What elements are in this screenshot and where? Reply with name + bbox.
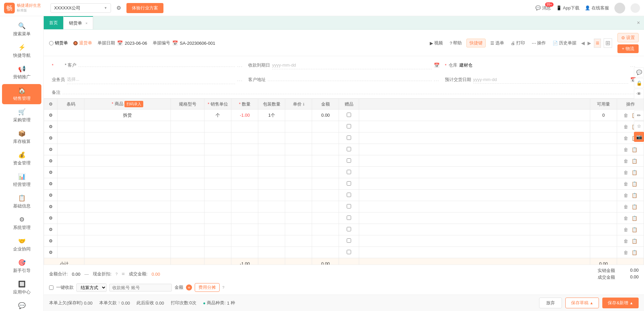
row-product-11[interactable]: [84, 235, 171, 247]
row-copy-btn-12[interactable]: 📋: [632, 250, 637, 255]
row-delete-btn-7[interactable]: 🗑: [623, 193, 628, 198]
row-spec-7[interactable]: [171, 190, 204, 201]
trial-button[interactable]: 体验行业方案: [126, 3, 163, 13]
row-product-2[interactable]: [84, 132, 171, 144]
expense-split-btn[interactable]: 费用分摊: [195, 283, 220, 292]
row-delete-btn-9[interactable]: 🗑: [623, 216, 628, 221]
row-copy-btn-4[interactable]: 📋: [632, 158, 637, 164]
row-notes-11[interactable]: [359, 235, 590, 247]
abandon-btn[interactable]: 放弃: [539, 298, 562, 308]
row-unit-9[interactable]: [204, 212, 231, 224]
avatar[interactable]: [614, 3, 625, 13]
row-price-1[interactable]: [285, 121, 312, 132]
sidebar-item-wechat[interactable]: 💬 企业微信: [2, 299, 41, 311]
row-notes-0[interactable]: [359, 110, 590, 121]
row-copy-btn-3[interactable]: 📋: [632, 147, 637, 152]
row-gift-8[interactable]: [339, 201, 359, 212]
settings-side-btn[interactable]: ⚙ ⚙ 设置设置: [617, 33, 639, 42]
row-delete-btn-0[interactable]: 🗑: [623, 113, 628, 118]
row-delete-btn-4[interactable]: 🗑: [623, 158, 628, 164]
row-price-12[interactable]: [285, 247, 312, 258]
row-notes-1[interactable]: [359, 121, 590, 132]
customer-more-btn[interactable]: ...: [237, 63, 243, 68]
row-pkg-qty-12[interactable]: [258, 247, 285, 258]
salesperson-input[interactable]: 选择...: [67, 75, 235, 84]
row-delete-btn-12[interactable]: 🗑: [623, 250, 628, 255]
row-spec-3[interactable]: [171, 144, 204, 155]
row-unit-0[interactable]: 个: [204, 110, 231, 121]
calc-method-select[interactable]: 结算方式: [76, 283, 107, 292]
sidebar-item-basic[interactable]: 📋 基础信息: [2, 192, 41, 212]
sidebar-item-finance[interactable]: 💰 资金管理: [2, 149, 41, 169]
online-service-btn[interactable]: 👤 在线客服: [585, 5, 609, 11]
row-pkg-qty-10[interactable]: [258, 224, 285, 235]
row-unit-6[interactable]: [204, 178, 231, 190]
view-list-btn[interactable]: ≡: [594, 39, 601, 48]
app-download-btn[interactable]: 📱 App下载: [556, 5, 579, 11]
one-key-pay-checkbox[interactable]: [49, 285, 53, 290]
row-gift-4[interactable]: [339, 155, 359, 167]
row-qty-6[interactable]: [231, 178, 258, 190]
row-spec-8[interactable]: [171, 201, 204, 212]
row-unit-7[interactable]: [204, 190, 231, 201]
float-camera-btn[interactable]: 📷: [634, 132, 644, 142]
row-notes-10[interactable]: [359, 224, 590, 235]
row-product-9[interactable]: [84, 212, 171, 224]
row-pkg-qty-11[interactable]: [258, 235, 285, 247]
row-qty-8[interactable]: [231, 201, 258, 212]
row-price-7[interactable]: [285, 190, 312, 201]
row-amount-11[interactable]: [312, 235, 339, 247]
row-unit-4[interactable]: [204, 155, 231, 167]
sidebar-item-guide[interactable]: 🎯 新手引导: [2, 256, 41, 276]
row-product-7[interactable]: [84, 190, 171, 201]
row-unit-10[interactable]: [204, 224, 231, 235]
row-price-3[interactable]: [285, 144, 312, 155]
row-amount-5[interactable]: [312, 167, 339, 178]
row-amount-10[interactable]: [312, 224, 339, 235]
row-product-4[interactable]: [84, 155, 171, 167]
row-price-2[interactable]: [285, 132, 312, 144]
due-date-input[interactable]: yyyy-mm-dd: [272, 61, 431, 69]
row-pkg-qty-8[interactable]: [258, 201, 285, 212]
sidebar-item-search[interactable]: 🔍 搜索菜单: [2, 20, 41, 40]
row-barcode-2[interactable]: [58, 132, 84, 144]
print-btn[interactable]: 🖨 打印: [509, 39, 527, 47]
row-delete-btn-3[interactable]: 🗑: [623, 147, 628, 152]
help-btn[interactable]: ? 帮助: [448, 39, 464, 47]
row-copy-btn-9[interactable]: 📋: [632, 216, 637, 221]
row-gift-10[interactable]: [339, 224, 359, 235]
settings-icon-btn[interactable]: ⚙: [114, 3, 124, 13]
row-pkg-qty-3[interactable]: [258, 144, 285, 155]
scan-btn[interactable]: 扫码录入: [124, 101, 143, 107]
float-view-btn[interactable]: 👁: [634, 89, 644, 99]
row-product-6[interactable]: [84, 178, 171, 190]
account-input[interactable]: [109, 284, 172, 291]
row-unit-8[interactable]: [204, 201, 231, 212]
row-copy-btn-6[interactable]: 📋: [632, 181, 637, 187]
row-copy-btn-10[interactable]: 📋: [632, 227, 637, 232]
tab-home[interactable]: 首页: [44, 16, 64, 29]
row-unit-5[interactable]: [204, 167, 231, 178]
row-unit-11[interactable]: [204, 235, 231, 247]
row-gift-2[interactable]: [339, 132, 359, 144]
row-qty-10[interactable]: [231, 224, 258, 235]
calendar-icon[interactable]: 📅: [117, 40, 123, 46]
row-amount-4[interactable]: [312, 155, 339, 167]
row-delete-btn-10[interactable]: 🗑: [623, 227, 628, 232]
row-gift-9[interactable]: [339, 212, 359, 224]
row-barcode-4[interactable]: [58, 155, 84, 167]
row-price-10[interactable]: [285, 224, 312, 235]
row-copy-btn-7[interactable]: 📋: [632, 193, 637, 198]
row-copy-btn-11[interactable]: 📋: [632, 238, 637, 244]
row-delete-btn-11[interactable]: 🗑: [623, 238, 628, 244]
row-copy-btn-5[interactable]: 📋: [632, 170, 637, 175]
salesperson-more-btn[interactable]: ...: [237, 77, 243, 82]
row-qty-3[interactable]: [231, 144, 258, 155]
row-gift-11[interactable]: [339, 235, 359, 247]
row-pkg-qty-9[interactable]: [258, 212, 285, 224]
shortcut-btn[interactable]: 快捷键: [466, 39, 486, 47]
view-grid-btn[interactable]: ⊞: [604, 38, 612, 48]
row-qty-9[interactable]: [231, 212, 258, 224]
row-barcode-3[interactable]: [58, 144, 84, 155]
sidebar-item-sales[interactable]: 🏠 销售管理: [2, 84, 41, 104]
